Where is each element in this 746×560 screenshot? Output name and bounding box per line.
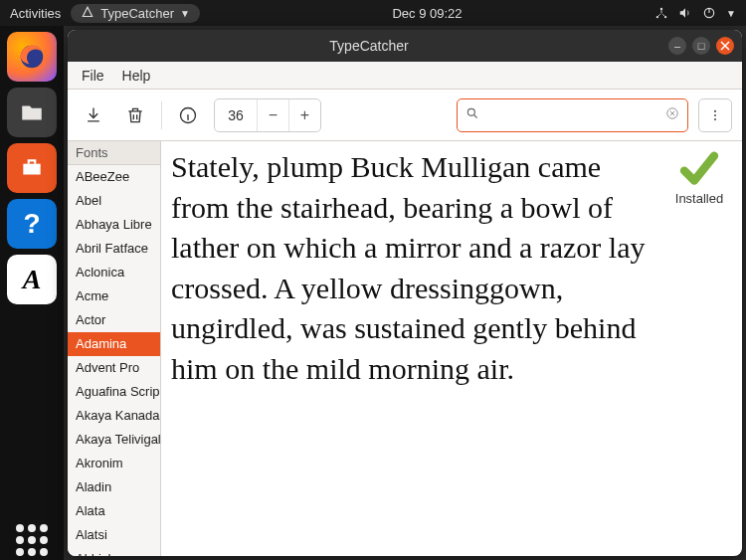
- menu-file[interactable]: File: [74, 66, 112, 86]
- font-size-decrease-button[interactable]: −: [257, 99, 288, 131]
- fonts-sidebar-header: Fonts: [68, 141, 160, 165]
- font-list-item[interactable]: ABeeZee: [68, 165, 160, 189]
- active-app-name: TypeCatcher: [100, 6, 174, 21]
- toolbar-separator: [161, 101, 162, 129]
- menu-help[interactable]: Help: [114, 66, 159, 86]
- dock-files[interactable]: [7, 88, 57, 137]
- font-list-item[interactable]: Adamina: [68, 332, 160, 356]
- clear-search-button[interactable]: [665, 106, 679, 124]
- show-applications-button[interactable]: [12, 520, 52, 560]
- window-close-button[interactable]: [716, 37, 734, 55]
- font-list-item[interactable]: Alata: [68, 499, 160, 523]
- activities-button[interactable]: Activities: [10, 6, 61, 21]
- window-maximize-button[interactable]: □: [692, 37, 710, 55]
- font-list-item[interactable]: Aldrich: [68, 547, 160, 556]
- font-list-item[interactable]: Aguafina Scrip: [68, 380, 160, 404]
- font-list-item[interactable]: Actor: [68, 308, 160, 332]
- app-menu-button[interactable]: [698, 98, 732, 132]
- download-font-button[interactable]: [78, 99, 109, 131]
- font-size-control: − +: [214, 98, 321, 132]
- clock[interactable]: Dec 9 09:22: [392, 6, 462, 21]
- font-list-item[interactable]: Abhaya Libre: [68, 213, 160, 237]
- svg-point-9: [714, 113, 716, 115]
- font-list-item[interactable]: Aladin: [68, 475, 160, 499]
- font-list-item[interactable]: Alatsi: [68, 523, 160, 547]
- font-list-item[interactable]: Abril Fatface: [68, 237, 160, 261]
- font-list-item[interactable]: Aclonica: [68, 261, 160, 284]
- svg-point-0: [660, 8, 662, 10]
- chevron-down-icon: ▼: [180, 8, 190, 19]
- search-icon: [466, 106, 479, 124]
- search-input[interactable]: [485, 107, 659, 123]
- svg-point-10: [714, 118, 716, 120]
- menubar: File Help: [68, 62, 742, 90]
- volume-icon[interactable]: [678, 6, 692, 20]
- info-button[interactable]: [172, 99, 204, 131]
- fonts-list[interactable]: ABeeZeeAbelAbhaya LibreAbril FatfaceAclo…: [68, 165, 160, 556]
- window-minimize-button[interactable]: –: [668, 37, 686, 55]
- installed-badge: Installed: [664, 149, 734, 206]
- network-icon[interactable]: [654, 6, 668, 20]
- active-app-indicator[interactable]: TypeCatcher ▼: [71, 4, 200, 23]
- toolbar: − +: [68, 90, 742, 141]
- check-icon: [679, 149, 719, 189]
- font-size-increase-button[interactable]: +: [288, 99, 320, 131]
- font-list-item[interactable]: Akaya Kanadal: [68, 404, 160, 428]
- font-size-input[interactable]: [215, 107, 257, 123]
- gnome-topbar: Activities TypeCatcher ▼ Dec 9 09:22 ▼: [0, 0, 746, 26]
- fonts-sidebar: Fonts ABeeZeeAbelAbhaya LibreAbril Fatfa…: [68, 141, 161, 556]
- dock: ? A: [0, 26, 64, 560]
- font-list-item[interactable]: Akaya Telivigal: [68, 428, 160, 452]
- installed-label: Installed: [675, 191, 723, 206]
- search-field[interactable]: [457, 98, 688, 132]
- svg-point-6: [467, 108, 474, 115]
- app-icon: [81, 6, 94, 20]
- window-titlebar[interactable]: TypeCatcher – □: [68, 30, 742, 62]
- delete-font-button[interactable]: [119, 99, 151, 131]
- preview-text: Stately, plump Buck Mulligan came from t…: [171, 147, 649, 389]
- font-list-item[interactable]: Abel: [68, 189, 160, 213]
- preview-pane: Stately, plump Buck Mulligan came from t…: [161, 141, 742, 556]
- dock-help[interactable]: ?: [7, 199, 57, 249]
- font-list-item[interactable]: Akronim: [68, 452, 160, 475]
- dock-firefox[interactable]: [7, 32, 57, 82]
- font-list-item[interactable]: Advent Pro: [68, 356, 160, 380]
- power-icon[interactable]: [702, 6, 716, 20]
- typecatcher-window: TypeCatcher – □ File Help: [68, 30, 742, 556]
- system-menu-chevron-icon[interactable]: ▼: [726, 8, 736, 19]
- window-title: TypeCatcher: [76, 38, 662, 54]
- dock-software[interactable]: [7, 143, 57, 193]
- dock-typecatcher[interactable]: A: [7, 255, 57, 304]
- svg-point-8: [714, 109, 716, 111]
- font-list-item[interactable]: Acme: [68, 284, 160, 308]
